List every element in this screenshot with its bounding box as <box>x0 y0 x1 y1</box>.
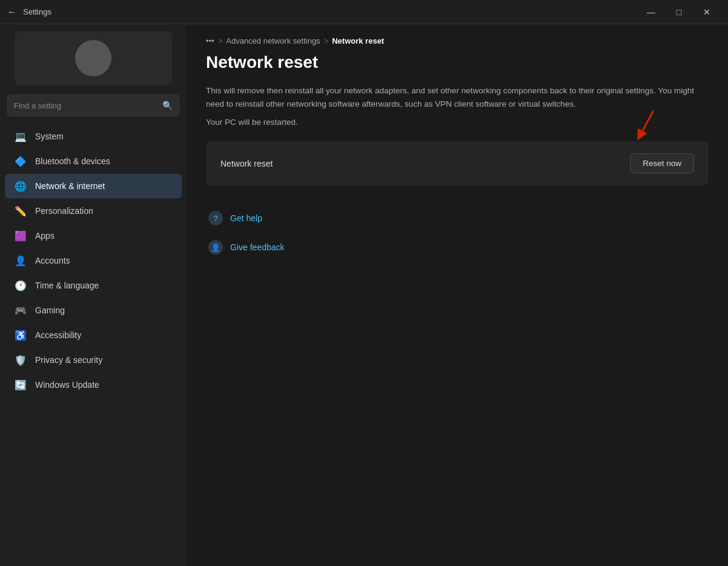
gaming-icon: 🎮 <box>15 304 27 316</box>
page-title: Network reset <box>206 53 709 72</box>
sidebar-item-label-time: Time & language <box>35 281 99 290</box>
network-icon: 🌐 <box>15 180 27 192</box>
window-title: Settings <box>23 7 51 16</box>
minimize-button[interactable]: — <box>637 0 665 24</box>
time-icon: 🕐 <box>15 279 27 291</box>
close-button[interactable]: ✕ <box>693 0 721 24</box>
avatar <box>75 40 111 76</box>
sidebar-item-label-bluetooth: Bluetooth & devices <box>35 156 110 166</box>
breadcrumb-parent[interactable]: Advanced network settings <box>226 36 320 45</box>
sidebar-item-label-network: Network & internet <box>35 181 105 191</box>
apps-icon: 🟪 <box>15 230 27 242</box>
sidebar-item-system[interactable]: 💻System <box>5 124 182 148</box>
give-feedback-link[interactable]: 👤 Give feedback <box>206 234 709 261</box>
user-avatar-card <box>15 32 172 85</box>
breadcrumb-sep2: > <box>324 36 329 45</box>
maximize-button[interactable]: □ <box>665 0 693 24</box>
give-feedback-icon: 👤 <box>208 240 223 255</box>
sidebar-item-privacy[interactable]: 🛡️Privacy & security <box>5 348 182 372</box>
nav-list: 💻System🔷Bluetooth & devices🌐Network & in… <box>0 124 187 398</box>
sidebar-item-label-personalization: Personalization <box>35 206 93 216</box>
search-box[interactable]: 🔍 <box>7 95 179 116</box>
sidebar-item-network[interactable]: 🌐Network & internet <box>5 174 182 198</box>
sidebar-item-gaming[interactable]: 🎮Gaming <box>5 298 182 322</box>
sidebar-item-label-system: System <box>35 132 64 141</box>
reset-card-label: Network reset <box>220 159 273 168</box>
sidebar-item-apps[interactable]: 🟪Apps <box>5 224 182 248</box>
give-feedback-label: Give feedback <box>230 242 285 252</box>
sidebar-item-bluetooth[interactable]: 🔷Bluetooth & devices <box>5 149 182 173</box>
window-controls: — □ ✕ <box>637 0 721 24</box>
page-description: This will remove then reinstall all your… <box>206 84 709 110</box>
bluetooth-icon: 🔷 <box>15 155 27 167</box>
breadcrumb-sep1: > <box>218 36 223 45</box>
main-content: ••• > Advanced network settings > Networ… <box>187 24 728 566</box>
search-icon: 🔍 <box>162 101 173 110</box>
privacy-icon: 🛡️ <box>15 354 27 366</box>
reset-section: Network reset Reset now <box>206 141 709 185</box>
sidebar-item-personalization[interactable]: ✏️Personalization <box>5 199 182 223</box>
system-icon: 💻 <box>15 130 27 142</box>
breadcrumb-current: Network reset <box>332 36 384 45</box>
sidebar-item-time[interactable]: 🕐Time & language <box>5 273 182 298</box>
personalization-icon: ✏️ <box>15 205 27 217</box>
accounts-icon: 👤 <box>15 255 27 267</box>
search-input[interactable] <box>14 101 162 110</box>
sidebar-item-label-privacy: Privacy & security <box>35 355 102 365</box>
sidebar-item-label-apps: Apps <box>35 231 55 241</box>
title-bar: ← Settings — □ ✕ <box>0 0 728 24</box>
back-button[interactable]: ← <box>7 7 17 18</box>
accessibility-icon: ♿ <box>15 329 27 341</box>
app-layout: 🔍 💻System🔷Bluetooth & devices🌐Network & … <box>0 24 728 566</box>
sidebar-item-accessibility[interactable]: ♿Accessibility <box>5 323 182 347</box>
sidebar-item-label-accounts: Accounts <box>35 256 70 265</box>
sidebar-item-label-update: Windows Update <box>35 380 99 390</box>
sidebar-item-update[interactable]: 🔄Windows Update <box>5 373 182 397</box>
update-icon: 🔄 <box>15 379 27 391</box>
sidebar-item-accounts[interactable]: 👤Accounts <box>5 248 182 273</box>
restart-note: Your PC will be restarted. <box>206 118 709 127</box>
reset-now-button[interactable]: Reset now <box>630 153 694 173</box>
sidebar: 🔍 💻System🔷Bluetooth & devices🌐Network & … <box>0 24 187 566</box>
network-reset-card: Network reset Reset now <box>206 141 709 185</box>
breadcrumb: ••• > Advanced network settings > Networ… <box>206 36 709 45</box>
sidebar-item-label-accessibility: Accessibility <box>35 330 81 340</box>
get-help-icon: ? <box>208 211 223 225</box>
sidebar-item-label-gaming: Gaming <box>35 305 65 315</box>
get-help-link[interactable]: ? Get help <box>206 205 709 231</box>
help-section: ? Get help 👤 Give feedback <box>206 205 709 261</box>
breadcrumb-ellipsis[interactable]: ••• <box>206 36 214 45</box>
get-help-label: Get help <box>230 213 262 223</box>
